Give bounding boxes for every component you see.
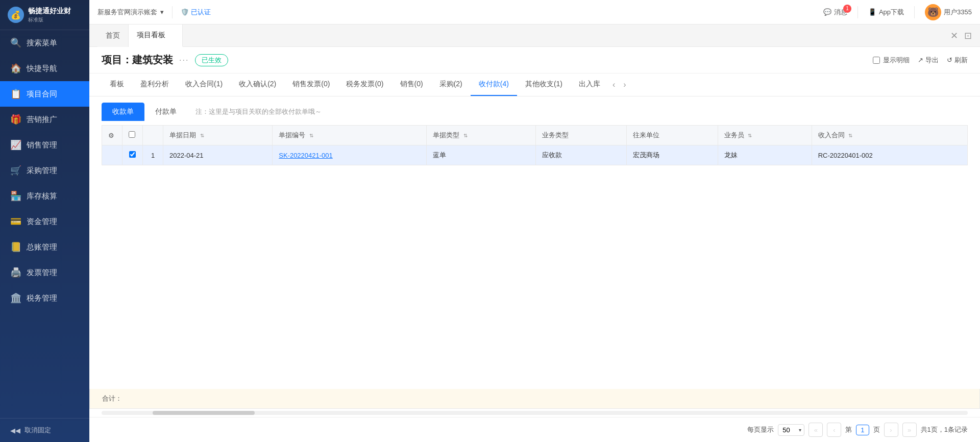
sub-tab-inout[interactable]: 出入库 xyxy=(571,73,608,96)
income-contract-column-header[interactable]: 收入合同 ⇅ xyxy=(812,126,967,145)
sub-tab-sales-invoice[interactable]: 销售发票(0) xyxy=(284,73,338,96)
row-income-contract: RC-20220401-002 xyxy=(812,145,967,165)
sub-tab-profit[interactable]: 盈利分析 xyxy=(132,73,177,96)
shield-icon: 🛡️ xyxy=(181,8,189,16)
sidebar-item-marketing[interactable]: 🎁 营销推广 xyxy=(0,107,89,132)
per-page-wrapper: 50 100 200 xyxy=(778,424,804,436)
marketing-icon: 🎁 xyxy=(10,114,21,125)
row-partner: 宏茂商场 xyxy=(627,145,718,165)
sidebar-item-invoice[interactable]: 🖨️ 发票管理 xyxy=(0,260,89,285)
message-action[interactable]: 💬 消息 1 xyxy=(823,8,847,17)
horizontal-scrollbar[interactable] xyxy=(102,411,968,415)
user-action[interactable]: 🐻 用户3355 xyxy=(925,4,972,20)
type-column-header[interactable]: 单据类型 ⇅ xyxy=(427,126,536,145)
sub-tab-income-confirm[interactable]: 收入确认(2) xyxy=(231,73,284,96)
gear-column-header[interactable]: ⚙ xyxy=(102,126,122,145)
row-date: 2022-04-21 xyxy=(163,145,273,165)
tabbar: 首页 项目看板 × ✕ ⊡ xyxy=(89,24,980,47)
app-download-action[interactable]: 📱 App下载 xyxy=(868,8,904,17)
search-icon: 🔍 xyxy=(10,37,21,48)
sidebar-unpin[interactable]: ◀◀ 取消固定 xyxy=(0,418,89,442)
tab-home[interactable]: 首页 xyxy=(97,24,129,47)
export-button[interactable]: ↗ 导出 xyxy=(918,56,939,65)
row-checkbox-cell[interactable] xyxy=(122,145,143,165)
per-page-select[interactable]: 50 100 200 xyxy=(778,424,804,436)
total-label: 共1页，1条记录 xyxy=(921,425,968,434)
tab-close-icon[interactable]: × xyxy=(170,32,174,39)
sidebar-item-tax[interactable]: 🏛️ 税务管理 xyxy=(0,285,89,311)
inventory-icon: 🏪 xyxy=(10,190,21,202)
topbar-right: 💬 消息 1 📱 App下载 🐻 用户3355 xyxy=(823,4,972,20)
project-prefix: 项目： xyxy=(102,54,132,65)
code-sort-icon: ⇅ xyxy=(309,133,313,138)
sub-tab-purchase[interactable]: 采购(2) xyxy=(431,73,471,96)
sidebar-item-inventory[interactable]: 🏪 库存核算 xyxy=(0,183,89,209)
invoice-icon: 🖨️ xyxy=(10,267,21,278)
sub-tab-receipt[interactable]: 收付款(4) xyxy=(471,73,517,96)
salesman-column-header[interactable]: 业务员 ⇅ xyxy=(718,126,812,145)
sidebar-item-purchase-mgmt[interactable]: 🛒 采购管理 xyxy=(0,158,89,183)
project-icon: 📋 xyxy=(10,88,21,100)
sidebar-item-label: 营销推广 xyxy=(27,115,57,125)
row-code-link[interactable]: SK-20220421-001 xyxy=(279,152,333,159)
next-page-button[interactable]: › xyxy=(884,423,898,437)
inner-tab-receipt[interactable]: 收款单 xyxy=(102,103,144,121)
home-icon: 🏠 xyxy=(10,63,21,74)
sidebar-item-label: 销售管理 xyxy=(27,140,57,150)
sales-icon: 📈 xyxy=(10,139,21,151)
project-name: 建筑安装 xyxy=(132,54,173,65)
sub-tabs-prev-arrow[interactable]: ‹ xyxy=(608,74,619,95)
sidebar-item-quick-nav[interactable]: 🏠 快捷导航 xyxy=(0,56,89,81)
close-window-icon[interactable]: ✕ xyxy=(950,30,958,41)
inner-note: 注：这里是与项目关联的全部收付款单哦～ xyxy=(195,107,322,116)
sidebar-item-sales-mgmt[interactable]: 📈 销售管理 xyxy=(0,132,89,158)
more-options[interactable]: ··· xyxy=(179,56,189,65)
sidebar-item-search[interactable]: 🔍 搜索菜单 xyxy=(0,30,89,56)
sidebar-item-label: 税务管理 xyxy=(27,293,57,303)
sub-tab-sales[interactable]: 销售(0) xyxy=(392,73,431,96)
tab-project[interactable]: 项目看板 × xyxy=(129,24,183,47)
sub-tab-kanban[interactable]: 看板 xyxy=(102,73,132,96)
row-code[interactable]: SK-20220421-001 xyxy=(273,145,427,165)
sidebar-item-label: 库存核算 xyxy=(27,191,57,201)
sidebar-item-label: 总账管理 xyxy=(27,242,57,252)
message-icon: 💬 xyxy=(823,8,831,16)
show-detail-toggle[interactable]: 显示明细 xyxy=(873,56,910,65)
page-suffix: 页 xyxy=(873,425,880,434)
project-actions: 显示明细 ↗ 导出 ↺ 刷新 xyxy=(873,56,968,65)
inner-tab-payment[interactable]: 付款单 xyxy=(144,103,187,121)
scrollbar-thumb[interactable] xyxy=(153,411,255,415)
verified-label: 已认证 xyxy=(191,8,211,17)
sidebar-logo: 💰 畅捷通好业财 标准版 xyxy=(0,0,89,30)
last-page-button[interactable]: » xyxy=(902,423,917,437)
refresh-button[interactable]: ↺ 刷新 xyxy=(947,56,968,65)
date-column-header[interactable]: 单据日期 ⇅ xyxy=(163,126,273,145)
tax-icon: 🏛️ xyxy=(10,292,21,304)
status-badge: 已生效 xyxy=(195,54,228,66)
income-contract-sort-icon: ⇅ xyxy=(848,133,852,138)
sub-tab-income-contract[interactable]: 收入合同(1) xyxy=(177,73,231,96)
account-selector[interactable]: 新服务官网演示账套 ▾ xyxy=(97,8,164,17)
inner-tab-payment-label: 付款单 xyxy=(155,107,177,115)
unpin-label: 取消固定 xyxy=(24,426,51,435)
sub-tabs-next-arrow[interactable]: › xyxy=(619,74,630,95)
show-detail-checkbox[interactable] xyxy=(873,57,880,64)
sum-label: 合计： xyxy=(102,395,122,402)
sidebar-item-ledger[interactable]: 📒 总账管理 xyxy=(0,234,89,260)
check-column-header[interactable] xyxy=(122,126,143,145)
select-all-checkbox[interactable] xyxy=(129,131,135,138)
avatar: 🐻 xyxy=(925,4,941,20)
maximize-icon[interactable]: ⊡ xyxy=(964,30,972,41)
salesman-sort-icon: ⇅ xyxy=(748,133,752,138)
project-title: 项目：建筑安装 xyxy=(102,53,173,67)
first-page-button[interactable]: « xyxy=(808,423,823,437)
row-checkbox[interactable] xyxy=(129,151,136,158)
refresh-icon: ↺ xyxy=(947,56,952,64)
sub-tab-tax-invoice[interactable]: 税务发票(0) xyxy=(338,73,391,96)
ledger-icon: 📒 xyxy=(10,241,21,253)
prev-page-button[interactable]: ‹ xyxy=(827,423,841,437)
sub-tab-other-expense[interactable]: 其他收支(1) xyxy=(517,73,571,96)
sidebar-item-project-contract[interactable]: 📋 项目合同 xyxy=(0,81,89,107)
code-column-header[interactable]: 单据编号 ⇅ xyxy=(273,126,427,145)
sidebar-item-capital[interactable]: 💳 资金管理 xyxy=(0,209,89,234)
